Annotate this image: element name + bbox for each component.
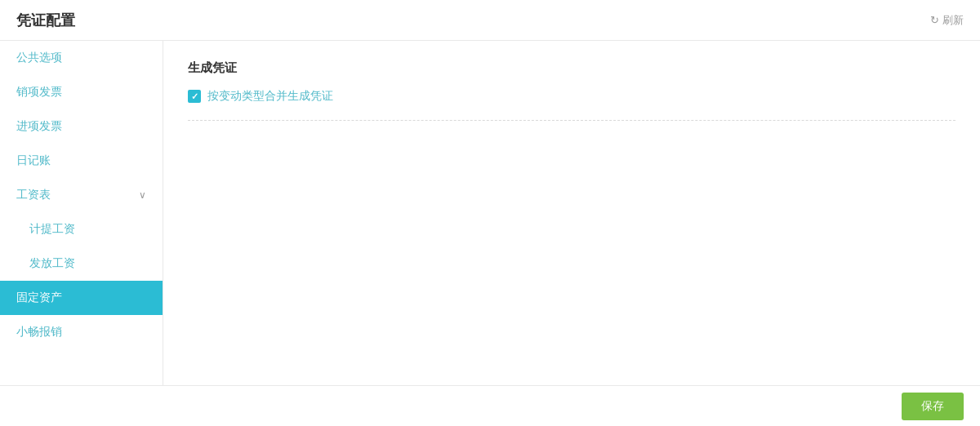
sidebar-item-fixed-assets[interactable]: 固定资产 [0,281,163,315]
sidebar-item-label-fixed-assets: 固定资产 [16,291,62,305]
sidebar-item-label-public-options: 公共选项 [16,51,62,65]
save-button[interactable]: 保存 [902,393,964,420]
sidebar-item-calc-payroll[interactable]: 计提工资 [0,212,163,246]
refresh-icon: ↻ [930,14,939,26]
chevron-down-icon: ∨ [139,189,146,201]
footer: 保存 [0,385,980,426]
header: 凭证配置 ↻ 刷新 [0,0,980,41]
section-divider [188,120,956,121]
page-wrapper: 凭证配置 ↻ 刷新 公共选项销项发票进项发票日记账工资表∨计提工资发放工资固定资… [0,0,980,426]
sidebar-item-label-purchase-invoice: 进项发票 [16,119,62,134]
sidebar-item-label-sales-invoice: 销项发票 [16,85,62,100]
content-wrapper: 公共选项销项发票进项发票日记账工资表∨计提工资发放工资固定资产小畅报销 生成凭证… [0,41,980,385]
sidebar-item-purchase-invoice[interactable]: 进项发票 [0,109,163,144]
page-title: 凭证配置 [16,11,75,30]
sidebar-item-payroll-table[interactable]: 工资表∨ [0,178,163,212]
sidebar-item-journal[interactable]: 日记账 [0,144,163,178]
section-title: 生成凭证 [188,60,956,76]
sidebar-item-label-payroll-table: 工资表 [16,188,51,202]
merge-checkbox[interactable] [188,90,201,103]
refresh-button[interactable]: ↻ 刷新 [930,13,964,28]
refresh-label: 刷新 [942,13,964,28]
checkbox-label: 按变动类型合并生成凭证 [207,89,333,104]
sidebar-item-issue-payroll[interactable]: 发放工资 [0,246,163,281]
sidebar-item-label-calc-payroll: 计提工资 [29,222,75,237]
sidebar-item-label-journal: 日记账 [16,153,51,168]
sidebar-item-public-options[interactable]: 公共选项 [0,41,163,75]
main-content: 生成凭证 按变动类型合并生成凭证 [163,41,980,385]
sidebar-item-label-expense-claim: 小畅报销 [16,325,62,339]
sidebar: 公共选项销项发票进项发票日记账工资表∨计提工资发放工资固定资产小畅报销 [0,41,163,385]
sidebar-item-label-issue-payroll: 发放工资 [29,256,75,271]
sidebar-item-sales-invoice[interactable]: 销项发票 [0,75,163,109]
checkbox-row: 按变动类型合并生成凭证 [188,89,956,104]
sidebar-item-expense-claim[interactable]: 小畅报销 [0,315,163,349]
